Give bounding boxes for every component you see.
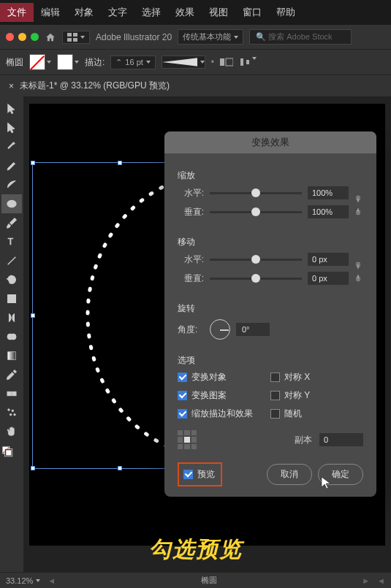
angle-dial[interactable]: [210, 319, 230, 340]
move-v-label: 垂直:: [178, 272, 204, 285]
copies-label: 副本: [295, 434, 312, 446]
angle-label: 角度:: [178, 324, 204, 336]
svg-point-19: [12, 410, 14, 412]
menu-effect[interactable]: 效果: [168, 3, 202, 22]
svg-rect-6: [226, 58, 233, 66]
copies-input[interactable]: [319, 433, 363, 446]
cancel-button[interactable]: 取消: [267, 464, 312, 485]
menu-select[interactable]: 选择: [134, 3, 168, 22]
search-stock-input[interactable]: 🔍 搜索 Adobe Stock: [249, 29, 352, 45]
scale-h-input[interactable]: [308, 186, 349, 199]
traffic-lights: [6, 33, 39, 41]
svg-rect-5: [220, 58, 224, 66]
stroke-dropdown-icon[interactable]: [75, 61, 79, 64]
tool-panel: T: [0, 96, 23, 575]
blend-tool[interactable]: [1, 384, 22, 403]
transform-patterns-checkbox[interactable]: 变换图案: [178, 389, 270, 402]
zoom-dropdown[interactable]: 33.12%: [6, 576, 40, 585]
reference-point-selector[interactable]: [178, 430, 197, 449]
stroke-weight-input[interactable]: ⌃16 pt: [110, 56, 155, 69]
hand-tool[interactable]: [1, 422, 22, 441]
move-h-slider[interactable]: [210, 259, 302, 261]
close-icon[interactable]: [6, 33, 14, 41]
workspace-dropdown[interactable]: 传统基本功能: [178, 29, 243, 45]
fill-swatch[interactable]: [29, 54, 45, 70]
ellipse-tool[interactable]: [1, 194, 22, 213]
options-section-label: 选项: [178, 354, 363, 367]
scale-v-input[interactable]: [308, 205, 349, 218]
home-icon[interactable]: [45, 32, 56, 42]
app-title: Adobe Illustrator 20: [96, 32, 172, 42]
svg-rect-16: [7, 392, 11, 395]
menu-help[interactable]: 帮助: [269, 3, 303, 22]
curvature-tool[interactable]: [1, 175, 22, 194]
svg-rect-7: [240, 58, 243, 66]
reflect-x-checkbox[interactable]: 对称 X: [270, 371, 363, 383]
line-tool[interactable]: [1, 251, 22, 270]
color-selector[interactable]: [1, 446, 22, 459]
title-bar: Adobe Illustrator 20 传统基本功能 🔍 搜索 Adobe S…: [0, 25, 391, 49]
control-bar: 椭圆 描边: ⌃16 pt •: [0, 49, 391, 75]
scale-h-slider[interactable]: [210, 192, 302, 194]
scale-v-slider[interactable]: [210, 211, 302, 213]
zoom-icon[interactable]: [31, 33, 39, 41]
menu-file[interactable]: 文件: [0, 3, 34, 22]
gradient-tool[interactable]: [1, 346, 22, 365]
width-tool[interactable]: [1, 308, 22, 327]
svg-rect-17: [12, 392, 16, 395]
link-move-icon[interactable]: [353, 261, 363, 282]
svg-text:T: T: [8, 237, 14, 247]
menu-window[interactable]: 窗口: [235, 3, 269, 22]
scale-strokes-checkbox[interactable]: 缩放描边和效果: [178, 408, 270, 420]
svg-rect-3: [73, 38, 77, 42]
preview-checkbox[interactable]: 预览: [183, 468, 215, 481]
shape-builder-tool[interactable]: [1, 327, 22, 346]
pen-tool[interactable]: [1, 156, 22, 175]
direct-selection-tool[interactable]: [1, 118, 22, 137]
reflect-y-checkbox[interactable]: 对称 Y: [270, 389, 363, 402]
selection-tool[interactable]: [1, 99, 22, 118]
brush-profile-dropdown[interactable]: [162, 56, 205, 69]
svg-rect-1: [73, 33, 77, 37]
opacity-icon[interactable]: [220, 57, 233, 67]
rotate-tool[interactable]: [1, 270, 22, 289]
dialog-title: 变换效果: [164, 131, 376, 153]
svg-point-21: [14, 413, 16, 416]
move-v-input[interactable]: [308, 272, 349, 285]
svg-point-20: [10, 413, 12, 416]
type-tool[interactable]: T: [1, 232, 22, 251]
stroke-swatch[interactable]: [57, 54, 73, 70]
scale-tool[interactable]: [1, 289, 22, 308]
svg-point-9: [7, 200, 16, 207]
transform-effect-dialog: 变换效果 缩放 水平: 垂直: 移动 水平: 垂直: 旋转 角度: 0° 选项 …: [164, 131, 376, 497]
shape-label: 椭圆: [6, 56, 23, 69]
menu-type[interactable]: 文字: [101, 3, 134, 22]
link-scale-icon[interactable]: [353, 195, 363, 215]
svg-rect-8: [246, 60, 249, 64]
svg-point-14: [10, 334, 16, 340]
symbol-sprayer-tool[interactable]: [1, 403, 22, 422]
svg-line-11: [8, 257, 16, 265]
menu-object[interactable]: 对象: [67, 3, 101, 22]
move-v-slider[interactable]: [210, 278, 302, 280]
menu-view[interactable]: 视图: [202, 3, 235, 22]
annotation-caption: 勾选预览: [0, 535, 391, 565]
move-h-label: 水平:: [178, 253, 204, 266]
scale-section-label: 缩放: [178, 169, 363, 182]
eyedropper-tool[interactable]: [1, 365, 22, 384]
fill-dropdown-icon[interactable]: [47, 61, 51, 64]
paintbrush-tool[interactable]: [1, 213, 22, 232]
svg-rect-25: [6, 450, 11, 455]
status-shape: 椭圆: [201, 575, 217, 586]
menu-edit[interactable]: 编辑: [34, 3, 67, 22]
move-h-input[interactable]: [308, 253, 349, 266]
align-icon[interactable]: [239, 57, 257, 67]
minimize-icon[interactable]: [18, 33, 26, 41]
transform-objects-checkbox[interactable]: 变换对象: [178, 371, 270, 383]
close-tab-icon[interactable]: ×: [9, 81, 14, 91]
random-checkbox[interactable]: 随机: [270, 408, 363, 420]
magic-wand-tool[interactable]: [1, 137, 22, 156]
arrange-docs-dropdown[interactable]: [62, 31, 90, 44]
document-tab[interactable]: × 未标题-1* @ 33.12% (RGB/GPU 预览): [0, 75, 391, 96]
angle-input[interactable]: 0°: [236, 323, 270, 336]
